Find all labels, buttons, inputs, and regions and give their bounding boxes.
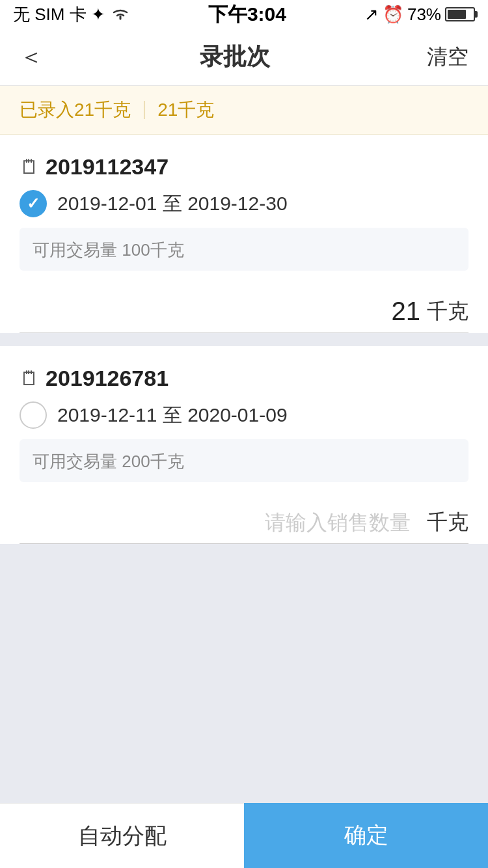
batch1-icon: 🗒 xyxy=(20,156,39,178)
alarm-icon: ⏰ xyxy=(383,5,403,25)
clear-button[interactable]: 清空 xyxy=(427,43,468,72)
batch2-icon: 🗒 xyxy=(20,368,39,390)
batch1-quantity-row: 21 千克 xyxy=(20,284,468,332)
status-time: 下午3:04 xyxy=(208,1,286,28)
section-divider-1 xyxy=(0,333,488,346)
confirm-button[interactable]: 确定 xyxy=(244,803,488,868)
nav-bar: ＜ 录批次 清空 xyxy=(0,29,488,86)
back-button[interactable]: ＜ xyxy=(20,41,43,73)
confirm-label: 确定 xyxy=(344,821,388,850)
footer: 自动分配 确定 xyxy=(0,803,488,868)
batch1-number: 2019112347 xyxy=(46,154,169,180)
batch2-avail-box: 可用交易量 200千克 xyxy=(20,439,468,482)
batch1-avail-box: 可用交易量 100千克 xyxy=(20,228,468,271)
batch2-qty-unit: 千克 xyxy=(427,508,468,537)
wifi-icon xyxy=(111,7,130,21)
auto-distribute-label: 自动分配 xyxy=(78,821,167,851)
batch1-radio[interactable] xyxy=(20,190,47,217)
status-right: ↗ ⏰ 73% xyxy=(364,5,475,25)
info-banner: 已录入21千克 21千克 xyxy=(0,86,488,135)
battery-icon xyxy=(445,7,475,21)
status-bar: 无 SIM 卡 ✦ 下午3:04 ↗ ⏰ 73% xyxy=(0,0,488,29)
batch-card-1: 🗒 2019112347 2019-12-01 至 2019-12-30 可用交… xyxy=(0,135,488,333)
section-divider-2 xyxy=(0,544,488,557)
batch-card-2: 🗒 2019126781 2019-12-11 至 2020-01-09 可用交… xyxy=(0,346,488,544)
batch1-header: 🗒 2019112347 xyxy=(20,154,468,180)
batch2-avail-text: 可用交易量 200千克 xyxy=(33,452,184,471)
auto-distribute-button[interactable]: 自动分配 xyxy=(0,803,244,868)
batch2-number: 2019126781 xyxy=(46,366,169,391)
battery-percent: 73% xyxy=(407,5,441,25)
batch2-radio[interactable] xyxy=(20,401,47,429)
batch2-qty-input[interactable] xyxy=(225,511,420,535)
status-left: 无 SIM 卡 ✦ xyxy=(13,3,130,26)
page-title: 录批次 xyxy=(200,41,270,73)
batch1-qty-value: 21 xyxy=(392,297,421,326)
recorded-amount: 已录入21千克 xyxy=(20,98,131,122)
info-divider xyxy=(144,101,144,119)
batch2-date: 2019-12-11 至 2020-01-09 xyxy=(57,402,288,429)
batch1-avail-text: 可用交易量 100千克 xyxy=(33,240,184,260)
batch1-qty-unit: 千克 xyxy=(427,297,468,326)
batch2-header: 🗒 2019126781 xyxy=(20,366,468,391)
total-amount: 21千克 xyxy=(157,98,214,122)
sim-text: 无 SIM 卡 ✦ xyxy=(13,3,105,26)
batch2-input-row: 千克 xyxy=(20,495,468,543)
batch1-date: 2019-12-01 至 2019-12-30 xyxy=(57,191,288,217)
location-icon: ↗ xyxy=(364,5,379,25)
batch1-date-row: 2019-12-01 至 2019-12-30 xyxy=(20,190,468,217)
batch2-date-row: 2019-12-11 至 2020-01-09 xyxy=(20,401,468,429)
